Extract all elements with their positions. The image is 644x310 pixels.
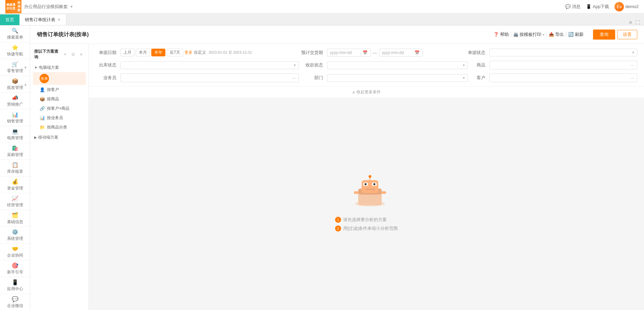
newbie-icon: 🎯	[12, 262, 18, 269]
order-status-caret-icon: ▾	[632, 50, 634, 55]
hint-text-1: 请先选择要分析的方案	[343, 217, 387, 223]
settings-button[interactable]: 设置	[617, 30, 637, 39]
tree-item-by-customer[interactable]: 👤 按客户	[33, 85, 86, 94]
content-right: 单据日期 上月 本月 本年 近7天 更多 自定义	[89, 44, 644, 310]
sidebar-item-appstore[interactable]: 📱 应用中心	[0, 277, 30, 294]
filter-row-2: 出库状态 ▾ 收款状态 ▾	[96, 61, 637, 69]
main-layout: 🔍 搜索菜单 ⭐ 快捷导航 🛒 零售管理 ▼ 📦 批发管理 ▲ 📣 营销推广 📊…	[0, 25, 644, 310]
window-close-icon[interactable]: ✕	[629, 20, 633, 25]
date-btn-this-month[interactable]: 本月	[136, 49, 150, 56]
tree-item-by-product[interactable]: 📦 按商品	[33, 95, 86, 104]
collapse-bar[interactable]: ∧ 收起更多条件	[89, 86, 644, 98]
delivery-status-select[interactable]: ▾	[120, 61, 299, 69]
add-icon: +	[64, 52, 66, 57]
date-btn-more[interactable]: 更多	[184, 50, 193, 55]
staff-more-icon[interactable]: ···	[292, 75, 296, 81]
sidebar-item-operation[interactable]: 📈 经营管理	[0, 193, 30, 210]
print-button[interactable]: 🖨️ 按模板打印 ▾	[513, 32, 544, 38]
star-icon: ⭐	[12, 44, 18, 51]
message-button[interactable]: 💬 消息	[565, 4, 581, 10]
by-staff-icon: 📊	[40, 115, 45, 120]
tab-home[interactable]: 首页	[0, 14, 19, 25]
export-button[interactable]: 📤 导出	[549, 32, 564, 38]
customer-input[interactable]: ···	[489, 73, 637, 82]
panel-icons: + ⊙ «	[62, 51, 85, 58]
payment-status-select[interactable]: ▾	[327, 61, 468, 69]
tab-sales-order-stat[interactable]: 销售订单统计表 ✕	[19, 14, 66, 25]
sidebar: 🔍 搜索菜单 ⭐ 快捷导航 🛒 零售管理 ▼ 📦 批发管理 ▲ 📣 营销推广 📊…	[0, 25, 30, 310]
filter-section: 单据日期 上月 本月 本年 近7天 更多 自定义	[89, 44, 644, 98]
sidebar-item-newbie[interactable]: 🎯 新手引导	[0, 260, 30, 277]
help-button[interactable]: ❓ 帮助	[493, 32, 509, 38]
wholesale-arrow-icon: ▲	[24, 82, 27, 86]
tree-pc-group[interactable]: ▼ 电脑端方案	[33, 63, 86, 72]
order-status-select[interactable]: ▾	[489, 49, 637, 56]
product-input[interactable]: ···	[489, 61, 637, 69]
svg-rect-13	[381, 191, 386, 194]
avatar-image: Ea	[614, 2, 624, 11]
refresh-button[interactable]: 🔄 刷新	[568, 32, 584, 38]
customer-label: 客户	[468, 75, 488, 81]
user-avatar[interactable]: Ea demo2	[614, 2, 639, 11]
date-quick-buttons: 上月 本月 本年 近7天 更多 自定义 2023-01-01 至 2023-12…	[120, 49, 252, 56]
date-btn-7days[interactable]: 近7天	[167, 49, 183, 56]
window-expand-icon[interactable]: ⛶	[635, 20, 640, 25]
breadcrumb-caret-icon[interactable]: ▾	[70, 4, 73, 9]
tree-item-by-category[interactable]: 📁 按商品分类	[33, 123, 86, 132]
delivery-start-placeholder: yyyy-mm-dd	[330, 50, 352, 55]
sidebar-item-retail[interactable]: 🛒 零售管理 ▼	[0, 59, 30, 76]
window-controls: ✕ ⛶	[629, 20, 644, 25]
sidebar-item-purchase[interactable]: 🛍️ 采购管理	[0, 143, 30, 160]
staff-input[interactable]: ···	[120, 73, 299, 82]
tree-mobile-group[interactable]: ▶ 移动端方案	[33, 133, 86, 142]
print-caret-icon: ▾	[543, 33, 544, 37]
enterprise-icon: 🤝	[12, 246, 18, 252]
date-btn-custom[interactable]: 自定义	[194, 50, 206, 55]
tree-item-by-order[interactable]: 按单	[33, 72, 86, 85]
svg-point-11	[369, 175, 371, 178]
tree-item-by-staff[interactable]: 📊 按业务员	[33, 113, 86, 122]
calendar-start-icon[interactable]: 📅	[363, 50, 368, 55]
page-title: 销售订单统计表(按单)	[37, 31, 89, 42]
app-download-button[interactable]: 📱 App下载	[586, 4, 609, 10]
sidebar-item-wholesale[interactable]: 📦 批发管理 ▲	[0, 76, 30, 93]
tab-home-label: 首页	[5, 17, 14, 23]
date-btn-this-year[interactable]: 本年	[151, 49, 165, 56]
btn-group-right: 设置	[617, 30, 637, 39]
sidebar-item-inventory[interactable]: 📋 库存核算	[0, 160, 30, 176]
svg-rect-12	[354, 191, 359, 194]
filter-cell-delivery-status: 出库状态 ▾	[96, 61, 299, 69]
customer-more-icon[interactable]: ···	[630, 75, 634, 81]
sidebar-item-enterprise[interactable]: 🤝 企业协同	[0, 244, 30, 260]
date-group: 上月 本月 本年 近7天 更多 自定义 2023-01-01 至 2023-12…	[120, 49, 252, 56]
sidebar-item-basic[interactable]: 🗂️ 基础信息	[0, 210, 30, 227]
sidebar-item-ecommerce[interactable]: 💻 电商管理	[0, 126, 30, 143]
tab-close-icon[interactable]: ✕	[57, 17, 61, 22]
panel-edit-button[interactable]: ⊙	[70, 51, 76, 58]
divider1	[511, 32, 511, 37]
query-button[interactable]: 查询	[593, 30, 615, 40]
tree-item-by-cust-prod[interactable]: 🔗 按客户+商品	[33, 104, 86, 113]
sidebar-item-quick-nav[interactable]: ⭐ 快捷导航	[0, 42, 30, 59]
date-label: 单据日期	[96, 50, 119, 56]
edit-icon: ⊙	[71, 52, 75, 57]
sidebar-item-system[interactable]: ⚙️ 系统管理	[0, 227, 30, 244]
sidebar-item-finance[interactable]: 💰 资金管理	[0, 176, 30, 193]
calendar-end-icon[interactable]: 📅	[415, 50, 420, 55]
sidebar-item-search[interactable]: 🔍 搜索菜单	[0, 25, 30, 42]
empty-svg	[346, 175, 393, 212]
panel-collapse-button[interactable]: «	[78, 51, 85, 58]
sidebar-item-sales[interactable]: 📊 销售管理	[0, 109, 30, 126]
delivery-end-input[interactable]: yyyy-mm-dd 📅	[379, 49, 423, 57]
sidebar-item-wechat[interactable]: 💬 企业微信	[0, 294, 30, 310]
department-select[interactable]: ▾	[327, 74, 468, 82]
topbar-right: 💬 消息 📱 App下载 Ea demo2	[565, 2, 639, 11]
order-status-label: 单据状态	[468, 50, 488, 56]
delivery-start-input[interactable]: yyyy-mm-dd 📅	[327, 49, 371, 57]
filter-row-1: 单据日期 上月 本月 本年 近7天 更多 自定义	[96, 49, 637, 57]
export-icon: 📤	[549, 32, 554, 37]
sidebar-item-marketing[interactable]: 📣 营销推广	[0, 93, 30, 109]
date-btn-last-month[interactable]: 上月	[120, 49, 135, 56]
panel-add-button[interactable]: +	[62, 51, 68, 58]
product-more-icon[interactable]: ···	[630, 62, 634, 68]
